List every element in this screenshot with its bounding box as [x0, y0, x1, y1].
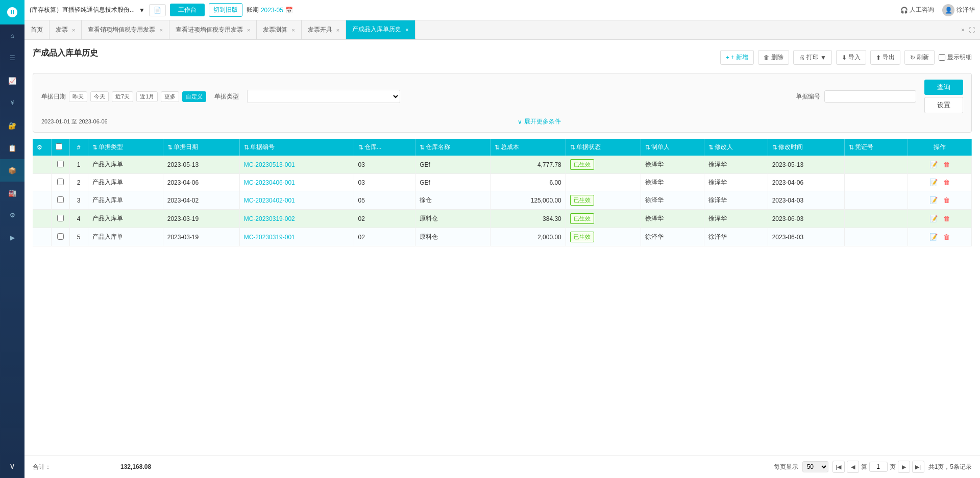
- row-code[interactable]: MC-20230402-001: [239, 191, 354, 210]
- th-settings[interactable]: ⚙: [33, 139, 51, 156]
- row-select-checkbox[interactable]: [57, 179, 64, 185]
- th-code[interactable]: ⇅ 单据编号: [239, 139, 354, 156]
- sidebar-item-settings[interactable]: ⚙: [0, 204, 24, 227]
- row-select-checkbox[interactable]: [57, 233, 64, 240]
- period-calendar-icon[interactable]: 📅: [285, 7, 293, 14]
- row-code[interactable]: MC-20230319-001: [239, 228, 354, 246]
- import-btn[interactable]: ⬇ 导入: [836, 50, 866, 65]
- row-edit-btn[interactable]: 📝: [927, 214, 940, 223]
- date-today[interactable]: 今天: [90, 91, 109, 102]
- row-checkbox-cell[interactable]: [51, 210, 69, 228]
- row-modifier: 徐泽华: [704, 174, 768, 191]
- workbench-btn[interactable]: 工作台: [170, 4, 205, 16]
- th-checkbox[interactable]: [51, 139, 69, 156]
- th-type[interactable]: ⇅ 单据类型: [88, 139, 163, 156]
- select-all-checkbox[interactable]: [56, 143, 62, 150]
- th-date[interactable]: ⇅ 单据日期: [163, 139, 239, 156]
- row-delete-btn[interactable]: 🗑: [941, 214, 952, 223]
- document-btn[interactable]: 📄: [149, 4, 166, 16]
- tab-invoice-calc[interactable]: 发票测算 ×: [257, 20, 301, 39]
- sidebar-item-money[interactable]: ¥: [0, 92, 24, 114]
- date-1month[interactable]: 近1月: [136, 91, 158, 102]
- switch-btn[interactable]: 切到旧版: [209, 3, 242, 17]
- type-select[interactable]: [247, 90, 400, 103]
- row-edit-btn[interactable]: 📝: [927, 232, 940, 242]
- page-input[interactable]: [869, 462, 888, 472]
- export-btn[interactable]: ⬆ 导出: [870, 50, 900, 65]
- row-select-checkbox[interactable]: [57, 196, 64, 203]
- filter-area: 单据日期 昨天 今天 近7天 近1月 更多 自定义 单据类型 单据编号: [33, 73, 972, 133]
- tab-expand[interactable]: ⛶: [969, 27, 975, 34]
- th-modify-time[interactable]: ⇅ 修改时间: [768, 139, 844, 156]
- th-creator[interactable]: ⇅ 制单人: [641, 139, 704, 156]
- user-info[interactable]: 👤 徐泽华: [942, 4, 975, 16]
- company-name[interactable]: (库存核算）直播轻纯通信息技术股份...: [30, 6, 135, 14]
- tab-product-history-close[interactable]: ×: [405, 27, 408, 33]
- prev-page-btn[interactable]: ◀: [847, 461, 859, 473]
- row-select-checkbox[interactable]: [57, 161, 64, 167]
- tab-product-history[interactable]: 产成品入库单历史 ×: [346, 20, 415, 39]
- tab-purchase-vat-close[interactable]: ×: [247, 27, 250, 33]
- delete-btn[interactable]: 🗑 删除: [758, 50, 789, 65]
- row-checkbox-cell[interactable]: [51, 228, 69, 246]
- sidebar-item-play[interactable]: ▶: [0, 227, 24, 249]
- date-yesterday[interactable]: 昨天: [69, 91, 87, 102]
- row-code[interactable]: MC-20230513-001: [239, 156, 354, 174]
- row-delete-btn[interactable]: 🗑: [941, 232, 952, 242]
- row-checkbox-cell[interactable]: [51, 156, 69, 174]
- new-btn[interactable]: + + 新增: [720, 50, 754, 65]
- tab-invoice-calc-close[interactable]: ×: [291, 27, 295, 33]
- row-edit-btn[interactable]: 📝: [927, 160, 940, 169]
- sidebar-item-v[interactable]: V: [0, 456, 24, 478]
- sidebar-item-truck[interactable]: 🏭: [0, 182, 24, 204]
- num-input[interactable]: [824, 90, 916, 103]
- first-page-btn[interactable]: |◀: [832, 461, 845, 473]
- expand-btn[interactable]: ∨ 展开更多条件: [518, 117, 561, 126]
- th-status[interactable]: ⇅ 单据状态: [566, 139, 641, 156]
- th-warehouse-name[interactable]: ⇅ 仓库名称: [415, 139, 491, 156]
- tab-invoice-open[interactable]: 发票开具 ×: [302, 20, 346, 39]
- sidebar-item-lock[interactable]: 🔐: [0, 114, 24, 137]
- consultant-link[interactable]: 🎧 人工咨询: [900, 6, 934, 14]
- th-total-cost[interactable]: ⇅ 总成本: [491, 139, 566, 156]
- row-edit-btn[interactable]: 📝: [927, 195, 940, 205]
- last-page-btn[interactable]: ▶|: [912, 461, 924, 473]
- tab-invoice-open-close[interactable]: ×: [336, 27, 339, 33]
- tab-invoice[interactable]: 发票 ×: [50, 20, 82, 39]
- tab-invoice-close[interactable]: ×: [72, 27, 75, 33]
- filter-settings-btn[interactable]: 设置: [924, 97, 963, 113]
- refresh-btn[interactable]: ↻ 刷新: [904, 50, 935, 65]
- row-delete-btn[interactable]: 🗑: [941, 178, 952, 187]
- sidebar-item-inventory[interactable]: 📦: [0, 159, 24, 182]
- row-select-checkbox[interactable]: [57, 215, 64, 221]
- row-delete-btn[interactable]: 🗑: [941, 195, 952, 205]
- th-voucher[interactable]: ⇅ 凭证号: [844, 139, 908, 156]
- next-page-btn[interactable]: ▶: [898, 461, 910, 473]
- sidebar-item-document[interactable]: ☰: [0, 47, 24, 69]
- row-edit-btn[interactable]: 📝: [927, 178, 940, 187]
- tab-sales-vat-close[interactable]: ×: [159, 27, 162, 33]
- sidebar-item-chart[interactable]: 📈: [0, 69, 24, 92]
- date-custom[interactable]: 自定义: [182, 91, 206, 102]
- show-detail-checkbox[interactable]: [939, 54, 945, 61]
- sidebar-item-folder[interactable]: 📋: [0, 137, 24, 159]
- sidebar-item-home[interactable]: ⌂: [0, 24, 24, 47]
- row-checkbox-cell[interactable]: [51, 174, 69, 191]
- tab-home[interactable]: 首页: [24, 20, 50, 39]
- tab-sales-vat[interactable]: 查看销项增值税专用发票 ×: [82, 20, 169, 39]
- date-more[interactable]: 更多: [161, 91, 179, 102]
- th-warehouse-code[interactable]: ⇅ 仓库...: [354, 139, 415, 156]
- tab-purchase-vat[interactable]: 查看进项增值税专用发票 ×: [169, 20, 257, 39]
- company-dropdown-icon[interactable]: ▼: [139, 7, 145, 14]
- show-detail-toggle[interactable]: 显示明细: [939, 53, 972, 62]
- per-page-select[interactable]: 50 100 200: [802, 461, 828, 472]
- row-code[interactable]: MC-20230406-001: [239, 174, 354, 191]
- th-modifier[interactable]: ⇅ 修改人: [704, 139, 768, 156]
- row-code[interactable]: MC-20230319-002: [239, 210, 354, 228]
- print-btn[interactable]: 🖨 打印 ▼: [793, 50, 832, 65]
- tab-close-all[interactable]: ×: [961, 27, 965, 34]
- query-btn[interactable]: 查询: [924, 80, 963, 95]
- row-delete-btn[interactable]: 🗑: [941, 160, 952, 169]
- row-checkbox-cell[interactable]: [51, 191, 69, 210]
- date-7days[interactable]: 近7天: [112, 91, 133, 102]
